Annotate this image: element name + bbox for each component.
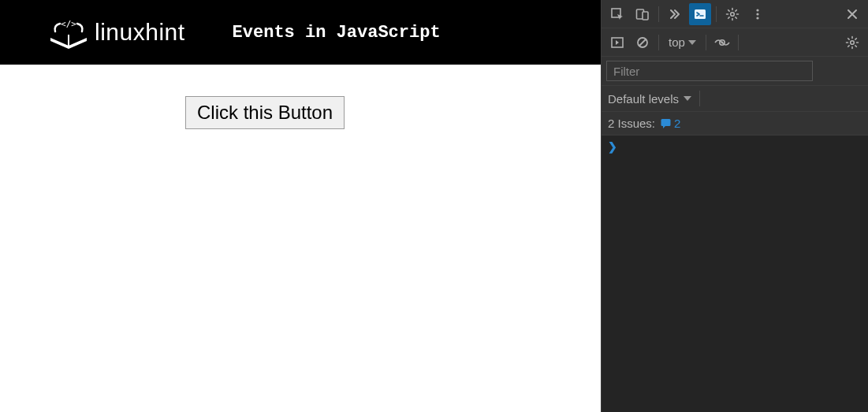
linuxhint-logo-icon: </> <box>47 14 90 50</box>
inspect-element-icon[interactable] <box>606 3 628 25</box>
svg-rect-4 <box>695 9 706 19</box>
close-icon[interactable] <box>841 3 863 25</box>
execution-context-dropdown[interactable]: top <box>664 34 701 50</box>
console-prompt-chevron-icon: ❯ <box>608 140 617 153</box>
svg-point-6 <box>756 9 758 11</box>
svg-point-12 <box>721 41 723 43</box>
issues-label: 2 Issues: <box>608 117 655 130</box>
gear-icon[interactable] <box>721 3 743 25</box>
separator <box>738 35 739 50</box>
svg-point-13 <box>851 40 855 44</box>
svg-text:</>: </> <box>61 19 76 29</box>
console-filter-row <box>602 57 868 86</box>
console-toolbar: top <box>602 28 868 57</box>
separator <box>658 6 659 22</box>
click-this-button[interactable]: Click this Button <box>185 96 345 129</box>
svg-point-5 <box>731 12 735 16</box>
console-output[interactable]: ❯ <box>602 135 868 412</box>
separator <box>716 6 717 22</box>
separator <box>658 35 659 50</box>
devtools-panel: top Default levels 2 Issues: 2 ❯ <box>601 0 868 412</box>
console-filter-input[interactable] <box>606 61 813 81</box>
brand-text: linuxhint <box>95 19 185 46</box>
svg-point-7 <box>756 13 758 15</box>
issues-bar[interactable]: 2 Issues: 2 <box>602 112 868 135</box>
separator <box>699 91 700 106</box>
chevron-down-icon <box>684 96 691 101</box>
console-sidebar-toggle-icon[interactable] <box>606 32 628 54</box>
separator <box>706 35 706 50</box>
context-label: top <box>669 35 685 49</box>
console-tab-icon[interactable] <box>689 3 711 25</box>
live-expression-icon[interactable] <box>711 32 733 54</box>
more-tabs-icon[interactable] <box>664 3 686 25</box>
site-logo: </> linuxhint <box>47 14 185 50</box>
device-toggle-icon[interactable] <box>631 3 654 25</box>
message-icon <box>660 117 672 129</box>
browser-page: </> linuxhint Events in JavaScript Click… <box>0 0 601 412</box>
svg-rect-3 <box>643 12 648 20</box>
levels-label: Default levels <box>608 92 679 106</box>
console-settings-gear-icon[interactable] <box>841 32 863 54</box>
page-title: Events in JavaScript <box>233 23 441 43</box>
issue-count: 2 <box>660 117 680 130</box>
page-header: </> linuxhint Events in JavaScript <box>0 0 601 65</box>
svg-point-8 <box>756 17 758 19</box>
clear-console-icon[interactable] <box>631 32 654 54</box>
chevron-down-icon <box>688 40 696 45</box>
page-body: Click this Button <box>0 65 601 412</box>
devtools-tabbar <box>602 0 868 28</box>
log-levels-dropdown[interactable]: Default levels <box>602 86 868 112</box>
svg-rect-14 <box>661 119 671 126</box>
more-vertical-icon[interactable] <box>747 3 769 25</box>
